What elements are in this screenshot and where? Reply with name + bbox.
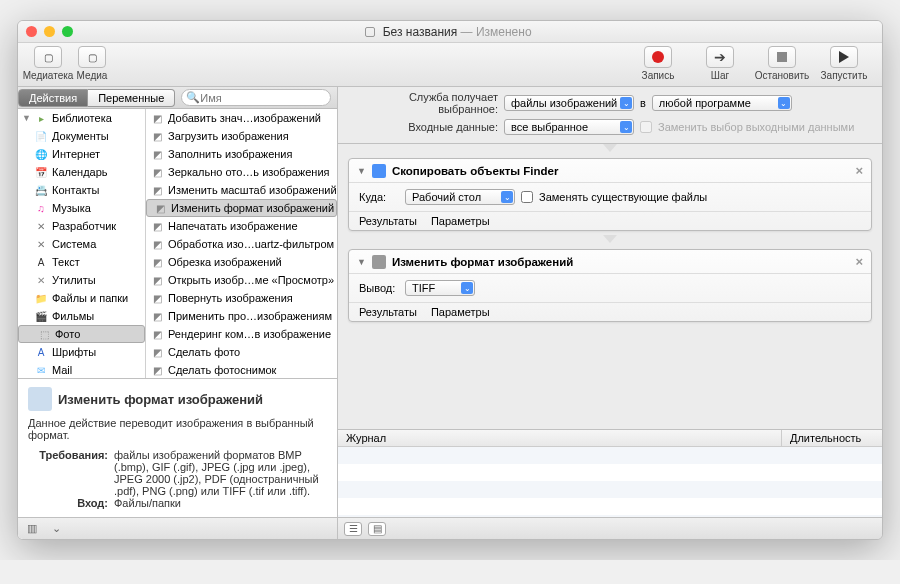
hide-library-icon[interactable]: ▥ <box>24 522 40 536</box>
output-format-select[interactable]: TIFF <box>405 280 475 296</box>
category-item[interactable]: ✕Разработчик <box>18 217 145 235</box>
action-item[interactable]: ◩Загрузить изображения <box>146 127 337 145</box>
action-item[interactable]: ◩Зеркально ото…ь изображения <box>146 163 337 181</box>
category-item[interactable]: ▼▸Библиотека <box>18 109 145 127</box>
input-data-row: Входные данные: все выбранное ⌄ Заменить… <box>348 119 872 135</box>
disclosure-triangle-icon[interactable]: ▼ <box>357 166 366 176</box>
action-item[interactable]: ◩Обработка изо…uartz-фильтром <box>146 235 337 253</box>
category-item[interactable]: 🎬Фильмы <box>18 307 145 325</box>
in-app-select-wrap: любой программе ⌄ <box>652 95 792 111</box>
dest-select[interactable]: Рабочий стол <box>405 189 515 205</box>
output-label: Вывод: <box>359 282 399 294</box>
card-body: Вывод: TIFF ⌄ <box>349 274 871 302</box>
params-tab[interactable]: Параметры <box>431 215 490 227</box>
category-item[interactable]: AШрифты <box>18 343 145 361</box>
toolbar-label: Запись <box>642 70 675 81</box>
action-item[interactable]: ◩Добавить знач…изображений <box>146 109 337 127</box>
info-req-text: файлы изображений форматов BMP (.bmp), G… <box>114 449 327 497</box>
category-item[interactable]: ✕Утилиты <box>18 271 145 289</box>
card-title: Изменить формат изображений <box>392 256 573 268</box>
action-item[interactable]: ◩Заполнить изображения <box>146 145 337 163</box>
action-label: Заполнить изображения <box>168 148 292 160</box>
search-input[interactable] <box>181 89 331 106</box>
category-label: Календарь <box>52 166 108 178</box>
params-tab[interactable]: Параметры <box>431 306 490 318</box>
library-button[interactable]: ▢Медиатека <box>26 46 70 81</box>
search-icon: 🔍 <box>186 91 200 104</box>
results-tab[interactable]: Результаты <box>359 306 417 318</box>
info-input: Вход: Файлы/папки <box>28 497 327 509</box>
action-card-copy-finder[interactable]: ▼ Скопировать объекты Finder × Куда: Раб… <box>348 158 872 231</box>
input-data-select[interactable]: все выбранное <box>504 119 634 135</box>
finder-icon <box>372 164 386 178</box>
action-item[interactable]: ◩Открыть изобр…ме «Просмотр» <box>146 271 337 289</box>
category-icon: ✕ <box>34 273 48 287</box>
action-item[interactable]: ◩Изменить масштаб изображений <box>146 181 337 199</box>
action-item[interactable]: ◩Применить про…изображениям <box>146 307 337 325</box>
action-icon: ◩ <box>150 273 164 287</box>
record-button[interactable]: Запись <box>628 46 688 81</box>
action-list[interactable]: ◩Добавить знач…изображений◩Загрузить изо… <box>146 109 337 378</box>
category-list[interactable]: ▼▸Библиотека📄Документы🌐Интернет📅Календар… <box>18 109 146 378</box>
action-item[interactable]: ◩Сделать фото <box>146 343 337 361</box>
toolbar-label: Остановить <box>755 70 810 81</box>
zoom-window-icon[interactable] <box>62 26 73 37</box>
in-app-select[interactable]: любой программе <box>652 95 792 111</box>
category-icon: 📇 <box>34 183 48 197</box>
toolbar-icon <box>706 46 734 68</box>
category-icon: 🎬 <box>34 309 48 323</box>
action-item[interactable]: ◩Сделать фотоснимок <box>146 361 337 378</box>
action-item[interactable]: ◩Изменить формат изображений <box>146 199 337 217</box>
log-col-duration[interactable]: Длительность <box>782 430 882 446</box>
action-icon: ◩ <box>150 147 164 161</box>
action-card-change-format[interactable]: ▼ Изменить формат изображений × Вывод: T… <box>348 249 872 322</box>
action-icon: ◩ <box>150 255 164 269</box>
card-header: ▼ Скопировать объекты Finder × <box>349 159 871 183</box>
replace-existing-checkbox[interactable] <box>521 191 533 203</box>
category-item[interactable]: AТекст <box>18 253 145 271</box>
category-item[interactable]: 📄Документы <box>18 127 145 145</box>
category-item[interactable]: 📅Календарь <box>18 163 145 181</box>
category-icon: ▸ <box>34 111 48 125</box>
action-label: Сделать фото <box>168 346 240 358</box>
search-field-wrap: 🔍 <box>181 89 331 106</box>
close-icon[interactable]: × <box>855 163 863 178</box>
category-item[interactable]: ♫Музыка <box>18 199 145 217</box>
log-view-list-icon[interactable]: ☰ <box>344 522 362 536</box>
action-icon: ◩ <box>150 363 164 377</box>
log-area: Журнал Длительность ☰ ▤ <box>338 429 882 539</box>
close-window-icon[interactable] <box>26 26 37 37</box>
replace-output-label: Заменить выбор выходными данными <box>658 121 854 133</box>
log-col-journal[interactable]: Журнал <box>338 430 782 446</box>
card-title: Скопировать объекты Finder <box>392 165 559 177</box>
tab-variables[interactable]: Переменные <box>88 89 175 107</box>
close-icon[interactable]: × <box>855 254 863 269</box>
category-item[interactable]: ✕Система <box>18 235 145 253</box>
log-view-detail-icon[interactable]: ▤ <box>368 522 386 536</box>
category-item[interactable]: 🌐Интернет <box>18 145 145 163</box>
action-item[interactable]: ◩Напечатать изображение <box>146 217 337 235</box>
tab-actions[interactable]: Действия <box>18 89 88 107</box>
workflow-canvas[interactable]: ▼ Скопировать объекты Finder × Куда: Раб… <box>338 144 882 429</box>
image-icon <box>372 255 386 269</box>
action-icon: ◩ <box>150 129 164 143</box>
category-item[interactable]: ⬚Фото <box>18 325 145 343</box>
disclosure-triangle-icon[interactable]: ▼ <box>357 257 366 267</box>
disclosure-triangle-icon[interactable]: ▼ <box>22 113 30 123</box>
footer-menu-icon[interactable]: ⌄ <box>48 522 64 536</box>
category-item[interactable]: 📇Контакты <box>18 181 145 199</box>
action-item[interactable]: ◩Обрезка изображений <box>146 253 337 271</box>
run-button[interactable]: Запустить <box>814 46 874 81</box>
stop-button[interactable]: Остановить <box>752 46 812 81</box>
results-tab[interactable]: Результаты <box>359 215 417 227</box>
minimize-window-icon[interactable] <box>44 26 55 37</box>
action-item[interactable]: ◩Повернуть изображения <box>146 289 337 307</box>
category-item[interactable]: ✉Mail <box>18 361 145 378</box>
action-item[interactable]: ◩Рендеринг ком…в изображение <box>146 325 337 343</box>
category-item[interactable]: 📁Файлы и папки <box>18 289 145 307</box>
receives-select[interactable]: файлы изображений <box>504 95 634 111</box>
action-label: Изменить масштаб изображений <box>168 184 337 196</box>
step-button[interactable]: Шаг <box>690 46 750 81</box>
media-button[interactable]: ▢Медиа <box>70 46 114 81</box>
card-footer: Результаты Параметры <box>349 302 871 321</box>
